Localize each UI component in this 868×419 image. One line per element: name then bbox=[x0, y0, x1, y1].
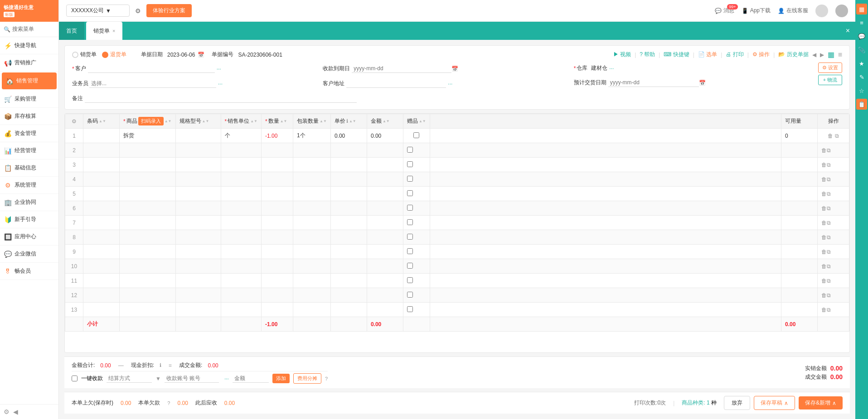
gift-checkbox[interactable] bbox=[413, 132, 419, 138]
nav-prev-icon[interactable]: ◀ bbox=[812, 52, 816, 58]
gift-checkbox[interactable] bbox=[407, 161, 413, 167]
row-delete-icon[interactable]: 🗑 bbox=[821, 176, 827, 183]
logistics-button[interactable]: + 物流 bbox=[818, 75, 842, 85]
gift-checkbox[interactable] bbox=[407, 234, 413, 240]
sidebar-settings-icon[interactable]: ⚙ bbox=[4, 408, 10, 415]
row-copy-icon[interactable]: ⧉ bbox=[827, 205, 831, 212]
row-copy-icon[interactable]: ⧉ bbox=[827, 176, 831, 183]
gift-checkbox[interactable] bbox=[407, 248, 413, 254]
row-copy-icon[interactable]: ⧉ bbox=[827, 263, 831, 270]
row-copy-icon[interactable]: ⧉ bbox=[827, 292, 831, 299]
row-qty[interactable]: -1.00 bbox=[262, 129, 293, 143]
row-gift[interactable] bbox=[403, 129, 430, 143]
row-copy-icon[interactable]: ⧉ bbox=[835, 133, 839, 139]
right-panel-bookmark-icon[interactable]: ★ bbox=[856, 58, 867, 69]
row-spec[interactable] bbox=[175, 129, 221, 143]
right-panel-star-icon[interactable]: ☆ bbox=[856, 85, 867, 96]
doc-date-calendar-icon[interactable]: 📅 bbox=[198, 52, 204, 58]
tab-sales-order[interactable]: 销货单 × bbox=[86, 22, 122, 40]
gift-checkbox[interactable] bbox=[407, 176, 413, 182]
price-info-icon[interactable]: ℹ bbox=[346, 118, 348, 124]
gift-checkbox[interactable] bbox=[407, 219, 413, 225]
trial-button[interactable]: 体验行业方案 bbox=[146, 4, 192, 17]
save-draft-button[interactable]: 保存草稿 ∧ bbox=[754, 396, 795, 410]
right-panel-comment-icon[interactable]: 💬 bbox=[856, 31, 867, 42]
sidebar-item-operations[interactable]: 📊 经营管理 bbox=[0, 142, 58, 159]
payment-method-dropdown[interactable]: ▼ bbox=[155, 376, 161, 382]
row-product[interactable]: 拆货 bbox=[120, 129, 176, 143]
sidebar-item-sales[interactable]: 🏠 销售管理 bbox=[2, 72, 57, 90]
sidebar-item-wecom[interactable]: 💬 企业微信 bbox=[0, 246, 58, 263]
payment-due-calendar-icon[interactable]: 📅 bbox=[451, 66, 458, 72]
row-delete-icon[interactable]: 🗑 bbox=[821, 205, 827, 212]
sidebar-search[interactable]: 🔍 搜索菜单 bbox=[0, 22, 58, 37]
row-copy-icon[interactable]: ⧉ bbox=[827, 191, 831, 197]
row-delete-icon[interactable]: 🗑 bbox=[821, 263, 827, 270]
sidebar-item-enterprise[interactable]: 🏢 企业协同 bbox=[0, 194, 58, 211]
add-payment-button[interactable]: 添加 bbox=[272, 374, 290, 383]
row-amount[interactable]: 0.00 bbox=[367, 129, 403, 143]
save-new-button[interactable]: 保存&新增 ∧ bbox=[799, 396, 843, 409]
user-avatar2[interactable] bbox=[835, 5, 848, 17]
abandon-button[interactable]: 放弃 bbox=[724, 396, 750, 410]
gift-checkbox[interactable] bbox=[407, 190, 413, 196]
row-delete-icon[interactable]: 🗑 bbox=[821, 147, 827, 154]
tab-home[interactable]: 首页 bbox=[59, 22, 84, 40]
right-panel-attachment-icon[interactable]: 📎 bbox=[856, 44, 867, 55]
gift-checkbox[interactable] bbox=[407, 147, 413, 153]
gift-checkbox[interactable] bbox=[407, 263, 413, 269]
one-click-checkbox[interactable] bbox=[72, 376, 78, 381]
user-avatar[interactable] bbox=[815, 5, 828, 17]
row-copy-icon[interactable]: ⧉ bbox=[827, 234, 831, 241]
message-icon-group[interactable]: 💬 消息 99+ bbox=[715, 7, 734, 14]
settings-button[interactable]: ⚙ 设置 bbox=[818, 63, 842, 73]
row-copy-icon[interactable]: ⧉ bbox=[827, 307, 831, 313]
account-input[interactable] bbox=[165, 374, 219, 383]
sidebar-item-app-center[interactable]: 🔲 应用中心 bbox=[0, 228, 58, 246]
sidebar-item-guide[interactable]: 🔰 新手引导 bbox=[0, 211, 58, 228]
shortcut-action[interactable]: ⌨ 快捷键 bbox=[664, 51, 689, 58]
payment-due-input[interactable] bbox=[352, 64, 451, 73]
row-delete-icon[interactable]: 🗑 bbox=[821, 234, 827, 241]
row-pkg-qty[interactable]: 1个 bbox=[293, 129, 331, 143]
radio-sales-order[interactable]: 销货单 bbox=[72, 51, 97, 58]
row-delete-icon[interactable]: 🗑 bbox=[828, 133, 833, 139]
th-settings[interactable]: ⚙ bbox=[65, 114, 83, 129]
row-copy-icon[interactable]: ⧉ bbox=[827, 147, 831, 154]
print-action[interactable]: 🖨 打印 bbox=[726, 51, 743, 58]
salesperson-dots[interactable]: ··· bbox=[218, 81, 223, 87]
row-delete-icon[interactable]: 🗑 bbox=[821, 292, 827, 299]
row-delete-icon[interactable]: 🗑 bbox=[821, 278, 827, 284]
total-owed-info-icon[interactable]: ? bbox=[167, 400, 170, 406]
topbar-gear-icon[interactable]: ⚙ bbox=[135, 7, 141, 14]
right-panel-edit-icon[interactable]: ✎ bbox=[856, 72, 867, 82]
row-price[interactable]: 0.00 bbox=[330, 129, 367, 143]
remarks-input[interactable] bbox=[85, 94, 357, 103]
gift-checkbox[interactable] bbox=[407, 277, 413, 283]
right-panel-orange-icon[interactable]: 📋 bbox=[856, 99, 867, 110]
payment-help-icon[interactable]: ? bbox=[325, 376, 328, 381]
gift-checkbox[interactable] bbox=[407, 205, 413, 211]
row-delete-icon[interactable]: 🗑 bbox=[821, 220, 827, 226]
sidebar-collapse-icon[interactable]: ◀ bbox=[13, 408, 18, 415]
video-action[interactable]: ▶ 视频 bbox=[613, 51, 631, 58]
gift-checkbox[interactable] bbox=[407, 306, 413, 312]
app-download-group[interactable]: 📱 App下载 bbox=[742, 7, 771, 14]
table-settings-icon[interactable]: ⚙ bbox=[72, 118, 77, 125]
row-copy-icon[interactable]: ⧉ bbox=[827, 278, 831, 284]
company-selector[interactable]: XXXXXX公司 ▼ bbox=[66, 5, 130, 17]
discount-info-icon[interactable]: ℹ bbox=[160, 362, 161, 368]
sidebar-item-finance[interactable]: 💰 资金管理 bbox=[0, 125, 58, 142]
row-copy-icon[interactable]: ⧉ bbox=[827, 249, 831, 255]
pick-action[interactable]: 📄 选单 bbox=[698, 51, 717, 58]
help-action[interactable]: ? 帮助 bbox=[640, 51, 655, 58]
account-dots[interactable]: ··· bbox=[224, 376, 229, 382]
row-delete-icon[interactable]: 🗑 bbox=[821, 249, 827, 255]
nav-next-icon[interactable]: ▶ bbox=[820, 52, 824, 58]
tab-close-all-icon[interactable]: × bbox=[840, 27, 855, 35]
sidebar-item-system[interactable]: ⚙ 系统管理 bbox=[0, 177, 58, 194]
sidebar-item-quick-nav[interactable]: ⚡ 快捷导航 bbox=[0, 37, 58, 54]
sidebar-item-purchase[interactable]: 🛒 采购管理 bbox=[0, 91, 58, 108]
salesperson-input[interactable] bbox=[89, 79, 216, 88]
row-delete-icon[interactable]: 🗑 bbox=[821, 191, 827, 197]
